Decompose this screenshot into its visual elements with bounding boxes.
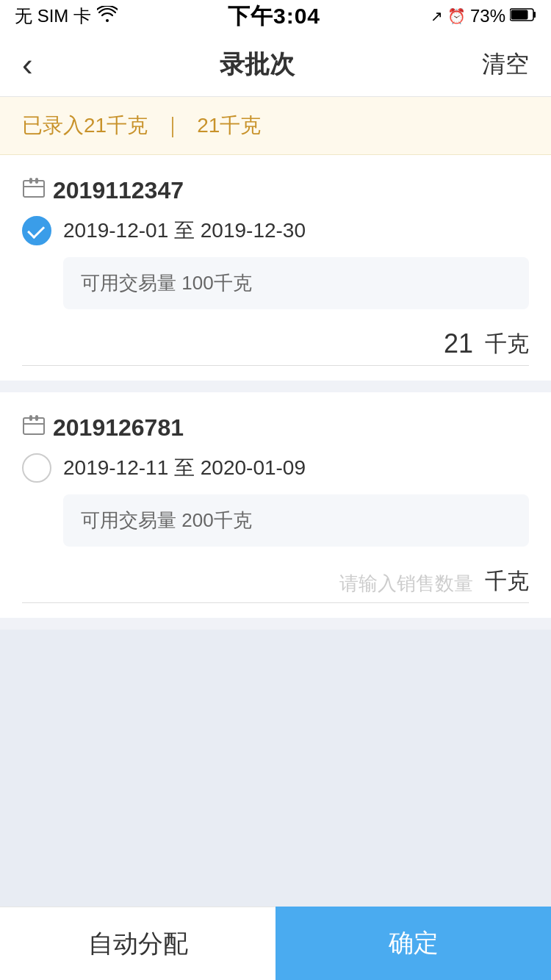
batch-date-row-1: 2019-12-01 至 2019-12-30	[22, 216, 529, 245]
batch-sales-input-2[interactable]	[326, 566, 473, 597]
recorded-label: 已录入21千克	[22, 112, 148, 140]
battery-label: 73%	[470, 6, 505, 26]
input-underline-1: 21 千克	[22, 317, 529, 366]
page-title: 录批次	[220, 48, 295, 82]
svg-rect-8	[29, 415, 32, 421]
batch-date-2: 2019-12-11 至 2020-01-09	[63, 454, 306, 482]
svg-rect-4	[29, 178, 32, 184]
battery-icon	[510, 6, 536, 26]
svg-rect-7	[24, 418, 44, 434]
status-right: ↗ ⏰ 73%	[431, 6, 536, 26]
summary-divider: ｜	[162, 112, 182, 140]
batch-id-2: 2019126781	[53, 414, 184, 442]
batch-icon-2	[22, 415, 46, 441]
nav-bar: ‹ 录批次 清空	[0, 32, 551, 97]
card-divider-1	[0, 381, 551, 392]
batch-date-1: 2019-12-01 至 2019-12-30	[63, 217, 306, 245]
batch-unit-1: 千克	[485, 329, 529, 359]
batch-date-row-2: 2019-12-11 至 2020-01-09	[22, 453, 529, 483]
batch-header-2: 2019126781	[22, 414, 529, 442]
batch-qty-1: 可用交易量 100千克	[63, 257, 529, 309]
batch-id-1: 2019112347	[53, 177, 184, 204]
card-divider-2	[0, 618, 551, 630]
batch-unit-2: 千克	[485, 566, 529, 597]
batch-card-2: 2019126781 2019-12-11 至 2020-01-09 可用交易量…	[0, 392, 551, 618]
batch-radio-2[interactable]	[22, 453, 51, 483]
wifi-icon	[97, 6, 118, 26]
summary-banner: 已录入21千克 ｜ 21千克	[0, 97, 551, 155]
batch-input-value-1: 21	[444, 328, 473, 359]
svg-rect-2	[511, 10, 527, 20]
batch-card-1: 2019112347 2019-12-01 至 2019-12-30 可用交易量…	[0, 155, 551, 381]
status-bar: 无 SIM 卡 下午3:04 ↗ ⏰ 73%	[0, 0, 551, 32]
batch-radio-1[interactable]	[22, 216, 51, 245]
batch-qty-2: 可用交易量 200千克	[63, 494, 529, 547]
location-icon: ↗	[431, 7, 443, 25]
batch-header-1: 2019112347	[22, 177, 529, 204]
status-left: 无 SIM 卡	[15, 4, 118, 28]
status-time: 下午3:04	[228, 1, 320, 32]
batch-icon-1	[22, 178, 46, 203]
back-button[interactable]: ‹	[22, 46, 33, 83]
bottom-bar: 自动分配 确定	[0, 907, 551, 980]
confirm-button[interactable]: 确定	[276, 907, 551, 980]
total-label: 21千克	[197, 112, 261, 140]
clear-button[interactable]: 清空	[482, 48, 529, 81]
carrier-label: 无 SIM 卡	[15, 4, 91, 28]
auto-assign-button[interactable]: 自动分配	[0, 907, 276, 980]
svg-rect-3	[24, 181, 44, 197]
input-underline-2: 千克	[22, 554, 529, 603]
batch-input-row-2: 千克	[22, 554, 529, 602]
svg-rect-9	[35, 415, 38, 421]
alarm-icon: ⏰	[447, 7, 466, 25]
batch-input-row-1: 21 千克	[22, 317, 529, 365]
svg-rect-1	[533, 12, 536, 18]
svg-rect-5	[35, 178, 38, 184]
